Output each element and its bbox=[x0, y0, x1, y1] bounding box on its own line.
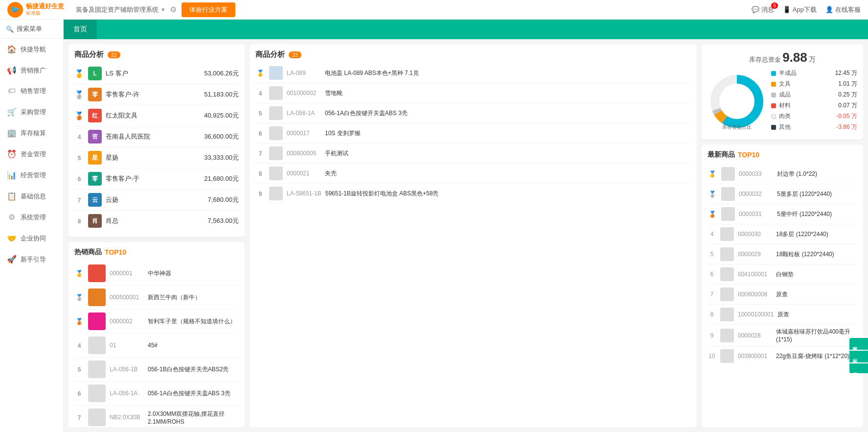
float-buttons: 客服热线 服务社区 直播 bbox=[849, 338, 868, 373]
rank-number: 4 bbox=[74, 342, 84, 349]
service-btn[interactable]: 👤 在线客服 bbox=[825, 5, 861, 14]
marketing-icon: 📢 bbox=[7, 66, 17, 75]
product-name: 10S 变刹罗猴 bbox=[325, 129, 691, 138]
product-image-placeholder bbox=[720, 267, 734, 281]
new-products-card: 最新商品 TOP10 🥇 0000033 封边带 (1.0*22) 🥈 0000… bbox=[702, 144, 863, 427]
sidebar-item-finance[interactable]: ⏰ 资金管理 bbox=[0, 144, 63, 165]
sidebar-item-marketing[interactable]: 📢 营销推广 bbox=[0, 60, 63, 81]
hot-products-label: 热销商品 bbox=[74, 248, 102, 257]
product-image-placeholder bbox=[720, 247, 734, 261]
sidebar-label: 基础信息 bbox=[21, 192, 46, 201]
sidebar-item-cooperation[interactable]: 🤝 企业协同 bbox=[0, 228, 63, 249]
product-name: 59651-1B旋转投影灯电池盒 ABS黑色+58壳 bbox=[325, 190, 691, 198]
inventory-chart-area: 库存资金占比 半成品 12.45 万 文具 1.01 万 bbox=[708, 69, 857, 134]
avatar: 零 bbox=[88, 172, 102, 186]
legend-value: -3.86 万 bbox=[836, 123, 857, 131]
rank-number: 6 bbox=[708, 271, 716, 278]
product-analysis-card: 商品分析 22 🥇 LA-089 电池盖 LA-089 ABS本色+黑种 7.1… bbox=[250, 44, 697, 427]
customer-rank-item: 7 云 云扬 7,680.00元 bbox=[74, 190, 239, 211]
system-selector[interactable]: 装备及固定资产辅助管理系统 ▾ bbox=[76, 5, 165, 14]
sidebar-item-operation[interactable]: 📊 经营管理 bbox=[0, 165, 63, 186]
customer-rank-item: 5 星 星扬 33,333.00元 bbox=[74, 147, 239, 168]
legend-name: 肉类 bbox=[779, 112, 833, 120]
sidebar-label: 经营管理 bbox=[21, 171, 46, 180]
sidebar-item-sales[interactable]: 🏷 销售管理 bbox=[0, 81, 63, 101]
sidebar-item-purchase[interactable]: 🛒 采购管理 bbox=[0, 101, 63, 122]
legend-name: 半成品 bbox=[779, 69, 832, 77]
sales-icon: 🏷 bbox=[7, 87, 17, 96]
product-image-placeholder bbox=[269, 126, 283, 140]
sidebar-label: 新手引导 bbox=[21, 255, 46, 264]
product-code: 01 bbox=[110, 342, 144, 349]
product-name: 18颗粒板 (1220*2440) bbox=[776, 250, 857, 259]
sidebar-item-guide[interactable]: 🚀 新手引导 bbox=[0, 249, 63, 270]
product-name: 2.0X30MM双摆花轴,摆花直径2.1MM/ROHS bbox=[148, 410, 239, 425]
inventory-card: 库存总资金 9.88 万 bbox=[702, 44, 863, 140]
product-analysis-badge: 22 bbox=[289, 51, 301, 58]
sidebar-label: 资金管理 bbox=[21, 150, 46, 159]
tab-home[interactable]: 首页 bbox=[64, 20, 97, 39]
rank-number: 4 bbox=[74, 133, 84, 141]
message-icon: 💬 bbox=[752, 6, 759, 13]
message-btn[interactable]: 💬 消息 6 bbox=[752, 5, 774, 14]
new-prod-item: 4 0000030 18多层 (1220*2440) bbox=[708, 224, 857, 244]
product-code: 0000021 bbox=[287, 170, 321, 177]
legend-color bbox=[771, 125, 776, 130]
legend-name: 文具 bbox=[779, 80, 835, 88]
customer-rank-item: 6 零 零售客户-于 21,680.00元 bbox=[74, 168, 239, 190]
customer-count-badge: 22 bbox=[108, 51, 120, 58]
product-code: 004100001 bbox=[738, 271, 772, 278]
sidebar-label: 采购管理 bbox=[21, 108, 46, 117]
legend-value: -0.05 万 bbox=[836, 112, 857, 120]
customer-rank-item: 🥈 零 零售客户-许 51,183.00元 bbox=[74, 84, 239, 105]
rank-number: 5 bbox=[708, 251, 716, 258]
sidebar-item-system[interactable]: ⚙ 系统管理 bbox=[0, 207, 63, 228]
system-icon: ⚙ bbox=[7, 213, 17, 222]
sidebar-item-basic[interactable]: 📋 基础信息 bbox=[0, 186, 63, 207]
product-code: 0000001 bbox=[110, 270, 144, 277]
avatar: 苦 bbox=[88, 130, 102, 144]
prod-analysis-item: 8 0000021 夹壳 bbox=[255, 164, 691, 184]
top10-badge: TOP10 bbox=[105, 248, 126, 256]
float-btn-community[interactable]: 服务社区 bbox=[849, 351, 868, 362]
search-icon: 🔍 bbox=[6, 25, 14, 33]
sidebar-item-inventory[interactable]: 🏢 库存核算 bbox=[0, 122, 63, 144]
new-prod-item: 🥇 0000033 封边带 (1.0*22) bbox=[708, 164, 857, 184]
rank-number: 7 bbox=[74, 414, 84, 421]
float-btn-service[interactable]: 客服热线 bbox=[849, 338, 868, 350]
page-body: 商品分析 22 🥇 L LS 客户 53,006.26元 🥈 零 零售客户-许 bbox=[64, 39, 868, 432]
legend-value: 1.01 万 bbox=[838, 80, 857, 88]
product-image-placeholder bbox=[720, 288, 734, 301]
rank-number: 5 bbox=[255, 110, 265, 117]
new-prod-item: 🥉 0000031 5厘中纤 (1220*2440) bbox=[708, 204, 857, 224]
hot-products-title: 热销商品 TOP10 bbox=[74, 248, 239, 257]
sidebar: 🔍 搜索菜单 🏠 快捷导航 📢 营销推广 🏷 销售管理 🛒 采购管理 🏢 库存核… bbox=[0, 20, 64, 432]
product-analysis-title: 商品分析 bbox=[255, 50, 285, 59]
mid-panel: 商品分析 22 🥇 LA-089 电池盖 LA-089 ABS本色+黑种 7.1… bbox=[250, 44, 697, 427]
new-prod-item: 7 000800008 原查 bbox=[708, 285, 857, 305]
float-btn-live[interactable]: 直播 bbox=[849, 363, 868, 373]
legend-value: 0.07 万 bbox=[838, 101, 857, 110]
rank-number: 6 bbox=[74, 390, 84, 397]
trial-btn[interactable]: 体验行业方案 bbox=[182, 2, 235, 17]
product-name: 原查 bbox=[777, 311, 857, 319]
prod-analysis-item: 9 LA-59651-1B 59651-1B旋转投影灯电池盒 ABS黑色+58壳 bbox=[255, 184, 691, 203]
product-name: 5厘中纤 (1220*2440) bbox=[777, 210, 857, 218]
gear-icon[interactable]: ⚙ bbox=[170, 5, 177, 14]
product-code: 0000032 bbox=[739, 191, 773, 197]
product-name: 原查 bbox=[776, 290, 857, 299]
rank-number: 7 bbox=[74, 196, 84, 204]
sidebar-label: 营销推广 bbox=[21, 66, 46, 75]
customer-rank-item: 8 肖 肖总 7,563.00元 bbox=[74, 211, 239, 231]
product-image-placeholder bbox=[269, 167, 283, 180]
search-menu-btn[interactable]: 🔍 搜索菜单 bbox=[0, 20, 63, 39]
customer-value: 33,333.00元 bbox=[204, 153, 239, 162]
legend-item: 成品 0.25 万 bbox=[771, 91, 857, 99]
rank-number: 9 bbox=[708, 332, 716, 339]
legend-color bbox=[771, 71, 776, 76]
product-image-placeholder bbox=[88, 408, 106, 426]
sidebar-item-quick-nav[interactable]: 🏠 快捷导航 bbox=[0, 39, 63, 60]
app-download-btn[interactable]: 📱 App下载 bbox=[783, 5, 817, 14]
avatar: 零 bbox=[88, 88, 102, 101]
avatar: 肖 bbox=[88, 214, 102, 228]
